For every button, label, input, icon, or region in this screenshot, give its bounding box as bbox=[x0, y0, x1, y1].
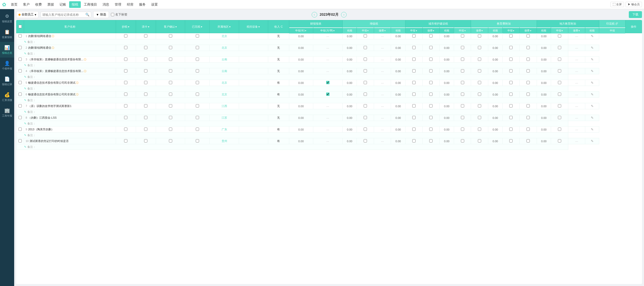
row-checkbox[interactable] bbox=[412, 139, 416, 142]
note-edit-icon[interactable]: ✎ bbox=[24, 40, 26, 43]
row-checkbox[interactable] bbox=[509, 139, 513, 142]
nav-settings[interactable]: 设置 bbox=[149, 1, 160, 8]
left-panel-item-annual-settle[interactable]: 💰 汇算清缴 bbox=[0, 89, 14, 105]
row-checkbox[interactable] bbox=[364, 34, 367, 38]
row-checkbox[interactable] bbox=[526, 128, 530, 131]
edit-icon[interactable]: ✎ bbox=[591, 116, 594, 120]
row-checkbox[interactable] bbox=[144, 69, 147, 73]
row-checkbox[interactable] bbox=[429, 34, 433, 38]
row-checkbox[interactable] bbox=[558, 128, 561, 131]
download-btn[interactable]: 下载 bbox=[629, 11, 642, 18]
row-checkbox[interactable] bbox=[509, 81, 513, 84]
nav-service[interactable]: 服务 bbox=[136, 1, 148, 8]
search-icon[interactable]: 🔍 bbox=[85, 13, 89, 16]
row-checkbox[interactable] bbox=[478, 93, 481, 96]
row-checkbox[interactable] bbox=[169, 69, 172, 73]
name-label-check[interactable]: 名下标签 bbox=[111, 12, 127, 17]
note-edit-icon[interactable]: ✎ bbox=[24, 87, 26, 90]
search-input[interactable] bbox=[42, 13, 85, 16]
edit-icon[interactable]: ✎ bbox=[591, 81, 594, 85]
row-checkbox[interactable] bbox=[196, 46, 199, 49]
row-checkbox[interactable] bbox=[18, 139, 22, 142]
note-edit-icon[interactable]: ✎ bbox=[24, 64, 26, 67]
th-select-all[interactable] bbox=[16, 20, 24, 33]
row-checkbox[interactable] bbox=[196, 116, 199, 119]
row-checkbox[interactable] bbox=[478, 81, 481, 84]
edit-icon[interactable]: ✎ bbox=[591, 139, 594, 143]
nav-operation[interactable]: 经营 bbox=[124, 1, 136, 8]
row-checkbox[interactable] bbox=[124, 93, 127, 96]
note-edit-icon[interactable]: ✎ bbox=[24, 75, 26, 78]
row-checkbox[interactable] bbox=[169, 81, 172, 84]
row-checkbox[interactable] bbox=[478, 34, 481, 38]
row-checkbox[interactable] bbox=[18, 58, 22, 61]
note-edit-icon[interactable]: ✎ bbox=[24, 99, 26, 102]
row-checkbox[interactable] bbox=[196, 81, 199, 84]
row-checkbox[interactable] bbox=[461, 93, 464, 96]
row-checkbox[interactable] bbox=[478, 69, 481, 73]
row-checkbox[interactable] bbox=[124, 128, 127, 131]
cw-month-checkbox[interactable] bbox=[326, 81, 329, 84]
row-checkbox[interactable] bbox=[558, 58, 561, 61]
row-checkbox[interactable] bbox=[412, 93, 416, 96]
row-checkbox[interactable] bbox=[461, 46, 464, 49]
left-panel-item-tax-record[interactable]: 📄 报税记录 bbox=[0, 73, 14, 89]
row-checkbox[interactable] bbox=[558, 139, 561, 142]
row-checkbox[interactable] bbox=[18, 69, 22, 73]
row-checkbox[interactable] bbox=[478, 116, 481, 119]
row-checkbox[interactable] bbox=[526, 104, 530, 108]
table-container[interactable]: 客户名称 抄税▼ 清卡▼ 客户确认▼ 已完税▼ 所属地区▼ 税控设备▼ 收入 C… bbox=[16, 20, 642, 284]
nav-fee[interactable]: 收费 bbox=[33, 1, 44, 8]
nav-message[interactable]: 消息 bbox=[100, 1, 112, 8]
row-checkbox[interactable] bbox=[18, 116, 22, 119]
edit-icon[interactable]: ✎ bbox=[591, 34, 594, 38]
row-checkbox[interactable] bbox=[196, 93, 199, 96]
row-checkbox[interactable] bbox=[196, 58, 199, 61]
edit-icon[interactable]: ✎ bbox=[591, 58, 594, 61]
row-checkbox[interactable] bbox=[124, 139, 127, 142]
row-checkbox[interactable] bbox=[169, 34, 172, 38]
note-edit-icon[interactable]: ✎ bbox=[24, 145, 26, 148]
row-checkbox[interactable] bbox=[169, 93, 172, 96]
row-checkbox[interactable] bbox=[461, 58, 464, 61]
row-checkbox[interactable] bbox=[412, 104, 416, 108]
row-checkbox[interactable] bbox=[509, 34, 513, 38]
note-edit-icon[interactable]: ✎ bbox=[24, 52, 26, 55]
row-checkbox[interactable] bbox=[364, 139, 367, 142]
row-checkbox[interactable] bbox=[461, 34, 464, 38]
row-checkbox[interactable] bbox=[169, 116, 172, 119]
nav-account[interactable]: 记账 bbox=[57, 1, 69, 8]
row-checkbox[interactable] bbox=[461, 116, 464, 119]
row-checkbox[interactable] bbox=[509, 128, 513, 131]
row-checkbox[interactable] bbox=[196, 128, 199, 131]
row-checkbox[interactable] bbox=[144, 128, 147, 131]
row-checkbox[interactable] bbox=[169, 58, 172, 61]
row-checkbox[interactable] bbox=[364, 128, 367, 131]
row-checkbox[interactable] bbox=[509, 58, 513, 61]
nav-tax[interactable]: 报税 bbox=[69, 1, 81, 8]
row-checkbox[interactable] bbox=[124, 104, 127, 108]
row-checkbox[interactable] bbox=[18, 46, 22, 49]
row-checkbox[interactable] bbox=[558, 34, 561, 38]
row-checkbox[interactable] bbox=[196, 34, 199, 38]
row-checkbox[interactable] bbox=[558, 116, 561, 119]
row-checkbox[interactable] bbox=[429, 69, 433, 73]
row-checkbox[interactable] bbox=[18, 81, 22, 84]
row-checkbox[interactable] bbox=[478, 139, 481, 142]
select-all-checkbox[interactable] bbox=[18, 25, 22, 28]
row-checkbox[interactable] bbox=[526, 116, 530, 119]
row-checkbox[interactable] bbox=[461, 69, 464, 73]
note-edit-icon[interactable]: ✎ bbox=[24, 134, 26, 137]
row-checkbox[interactable] bbox=[558, 69, 561, 73]
row-checkbox[interactable] bbox=[558, 104, 561, 108]
row-checkbox[interactable] bbox=[478, 46, 481, 49]
row-checkbox[interactable] bbox=[169, 104, 172, 108]
row-checkbox[interactable] bbox=[196, 69, 199, 73]
row-checkbox[interactable] bbox=[558, 93, 561, 96]
name-label-checkbox[interactable] bbox=[111, 13, 114, 16]
row-checkbox[interactable] bbox=[526, 46, 530, 49]
row-checkbox[interactable] bbox=[461, 81, 464, 84]
row-checkbox[interactable] bbox=[364, 104, 367, 108]
nav-customer[interactable]: 客户 bbox=[21, 1, 32, 8]
row-checkbox[interactable] bbox=[124, 58, 127, 61]
